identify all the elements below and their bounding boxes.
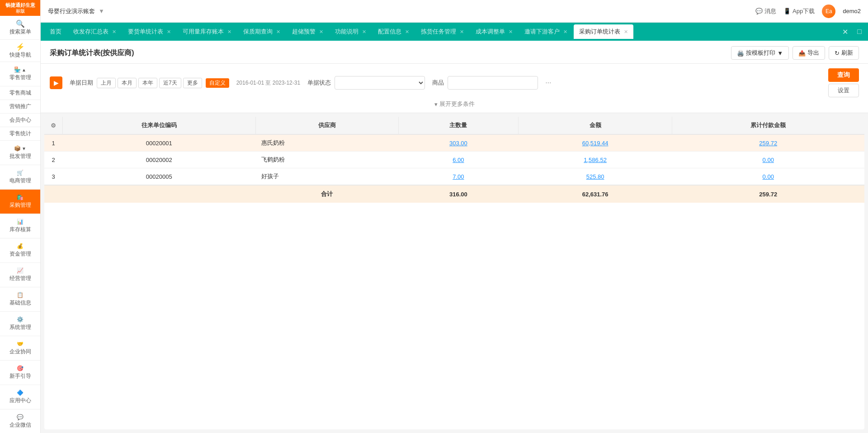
close-tab-picking[interactable]: ✕ (460, 29, 464, 35)
sidebar-item-marketing[interactable]: 营销推广 (0, 100, 40, 114)
tab-config[interactable]: 配置信息 ✕ (373, 24, 415, 39)
sidebar-item-finance[interactable]: 💰 资金管理 (0, 238, 40, 263)
sidebar-item-wechat[interactable]: 💬 企业微信 (0, 409, 40, 433)
sidebar-item-ecommerce[interactable]: 🛒 电商管理 (0, 165, 40, 190)
message-btn[interactable]: 💬 消息 (755, 7, 776, 15)
filter-toggle-btn[interactable]: ▶ (50, 76, 62, 89)
sidebar: 畅捷通好生意 标版 🔍 搜索菜单 ⚡ 快捷导航 🏪 ▲ 零售管理 零售商城 营销… (0, 0, 41, 433)
print-template-btn[interactable]: 🖨️ 按模板打印 ▼ (731, 46, 789, 60)
page-header: 采购订单统计表(按供应商) 🖨️ 按模板打印 ▼ 📤 导出 ↻ 刷新 (41, 41, 868, 64)
goods-input[interactable] (448, 76, 538, 90)
date-range-display: 2016-01-01 至 2023-12-31 (236, 79, 300, 87)
wholesale-icon: 📦 (14, 145, 21, 152)
query-btn[interactable]: 查询 (828, 68, 859, 82)
workspace-selector[interactable]: 母婴行业演示账套 ▼ (48, 7, 104, 15)
sidebar-item-purchase[interactable]: 🛍️ 采购管理 (0, 190, 40, 214)
sidebar-item-enterprise[interactable]: 🤝 企业协同 (0, 336, 40, 361)
table-row: 2 00020002 飞鹤奶粉 6.00 1,586.52 0.00 (44, 152, 864, 168)
table-footer-row: 合计 316.00 62,631.76 259.72 (44, 185, 864, 203)
sidebar-item-retail-mgmt[interactable]: 🏪 ▲ 零售管理 (0, 62, 40, 86)
td-qty-2[interactable]: 7.00 (398, 168, 519, 186)
app-download-btn[interactable]: 📱 App下载 (783, 7, 815, 15)
th-code: 往来单位编码 (62, 117, 256, 134)
td-amount-0[interactable]: 60,519.44 (519, 134, 672, 152)
tab-overstock[interactable]: 超储预警 ✕ (287, 24, 329, 39)
td-code-1: 00020002 (62, 152, 256, 168)
td-paid-0[interactable]: 259.72 (672, 134, 864, 152)
data-table-container: ⚙ 往来单位编码 供应商 主数量 金额 累计付款金额 1 00020001 惠氏… (44, 117, 864, 429)
expand-more-btn[interactable]: ▾ 展开更多条件 (50, 100, 859, 108)
date-last-7days[interactable]: 近7天 (159, 78, 181, 88)
td-qty-0[interactable]: 303.00 (398, 134, 519, 152)
sidebar-item-members[interactable]: 会员中心 (0, 114, 40, 127)
date-this-year[interactable]: 本年 (138, 78, 157, 88)
tab-cost[interactable]: 成本调整单 ✕ (470, 24, 518, 39)
close-tab-order[interactable]: ✕ (167, 29, 171, 35)
tab-stock-summary[interactable]: 收发存汇总表 ✕ (68, 24, 122, 39)
tab-order-stats[interactable]: 要货单统计表 ✕ (123, 24, 176, 39)
export-btn[interactable]: 📤 导出 (793, 46, 825, 60)
sidebar-item-basic-info[interactable]: 📋 基础信息 (0, 287, 40, 312)
close-tab-stock[interactable]: ✕ (112, 29, 116, 35)
tab-manual[interactable]: 功能说明 ✕ (330, 24, 372, 39)
close-tab-config[interactable]: ✕ (405, 29, 409, 35)
footer-amount: 62,631.76 (519, 185, 672, 203)
td-index-0: 1 (44, 134, 62, 152)
date-more[interactable]: 更多 (183, 78, 202, 88)
close-all-tabs-btn[interactable]: ✕ (840, 27, 851, 37)
message-icon: 💬 (755, 8, 763, 14)
close-tab-manual[interactable]: ✕ (362, 29, 366, 35)
goods-more-btn[interactable]: ··· (542, 78, 555, 88)
maximize-btn[interactable]: □ (854, 27, 864, 37)
expand-down-icon: ▾ (434, 101, 438, 108)
tab-picking[interactable]: 拣货任务管理 ✕ (415, 24, 469, 39)
setting-btn[interactable]: 设置 (828, 84, 859, 97)
td-paid-1[interactable]: 0.00 (672, 152, 864, 168)
td-amount-2[interactable]: 525.80 (519, 168, 672, 186)
footer-paid: 259.72 (672, 185, 864, 203)
sidebar-item-retail-stats[interactable]: 零售统计 (0, 127, 40, 141)
sidebar-item-guide[interactable]: 🎯 新手引导 (0, 361, 40, 385)
user-avatar[interactable]: Ea (822, 5, 835, 18)
tabs-right-controls: ✕ □ (840, 27, 864, 37)
close-tab-cost[interactable]: ✕ (509, 29, 513, 35)
td-index-2: 3 (44, 168, 62, 186)
close-tab-invite[interactable]: ✕ (563, 29, 567, 35)
sidebar-item-operations[interactable]: 📈 经营管理 (0, 263, 40, 287)
date-last-month[interactable]: 上月 (97, 78, 116, 88)
logo: 畅捷通好生意 标版 (0, 0, 40, 16)
th-gear: ⚙ (44, 117, 62, 134)
arrow-down-icon2: ▼ (22, 146, 26, 151)
tab-invite[interactable]: 邀请下游客户 ✕ (519, 24, 573, 39)
refresh-btn[interactable]: ↻ 刷新 (829, 46, 859, 60)
arrow-down-icon: ▲ (22, 67, 26, 72)
tab-purchase-stats[interactable]: 采购订单统计表 ✕ (574, 24, 633, 39)
sidebar-item-app-center[interactable]: 🔷 应用中心 (0, 385, 40, 409)
sidebar-item-quicknav[interactable]: ⚡ 快捷导航 (0, 40, 40, 62)
column-config-icon[interactable]: ⚙ (50, 122, 57, 129)
date-custom-badge[interactable]: 自定义 (206, 78, 229, 88)
sidebar-item-retail-mall[interactable]: 零售商城 (0, 86, 40, 100)
close-tab-book[interactable]: ✕ (227, 29, 231, 35)
close-tab-purchase-stats[interactable]: ✕ (624, 29, 628, 35)
close-tab-expiry[interactable]: ✕ (276, 29, 280, 35)
tab-stock-book[interactable]: 可用量库存账本 ✕ (177, 24, 237, 39)
workspace-label: 母婴行业演示账套 (48, 7, 95, 15)
close-tab-overstock[interactable]: ✕ (319, 29, 323, 35)
dropdown-icon: ▼ (99, 8, 104, 14)
retail-icon: 🏪 (14, 67, 21, 73)
td-paid-2[interactable]: 0.00 (672, 168, 864, 186)
status-select[interactable] (335, 76, 425, 90)
sidebar-item-system[interactable]: ⚙️ 系统管理 (0, 312, 40, 336)
td-supplier-2: 好孩子 (256, 168, 398, 186)
sidebar-item-inventory[interactable]: 📊 库存核算 (0, 214, 40, 238)
td-qty-1[interactable]: 6.00 (398, 152, 519, 168)
sidebar-item-wholesale[interactable]: 📦 ▼ 批发管理 (0, 141, 40, 165)
tab-home[interactable]: 首页 (44, 24, 67, 39)
ecommerce-icon: 🛒 (17, 170, 24, 176)
sidebar-item-search[interactable]: 🔍 搜索菜单 (0, 16, 40, 40)
td-amount-1[interactable]: 1,586.52 (519, 152, 672, 168)
date-this-month[interactable]: 本月 (118, 78, 137, 88)
tab-expiry[interactable]: 保质期查询 ✕ (238, 24, 286, 39)
search-icon: 🔍 (3, 19, 38, 28)
